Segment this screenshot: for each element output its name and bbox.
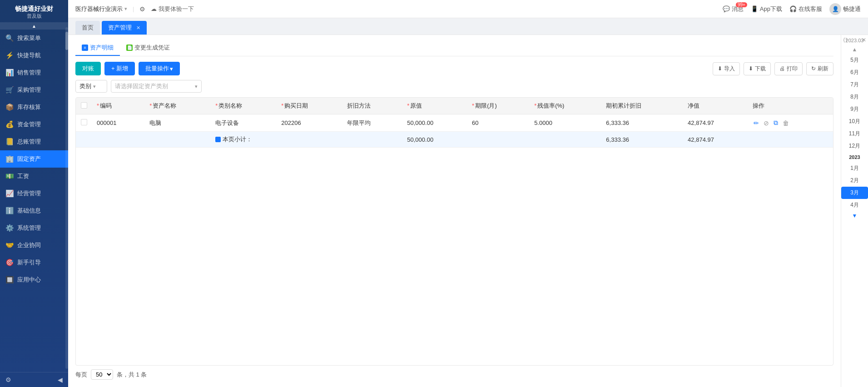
download-button[interactable]: ⬇ 下载 — [744, 62, 771, 75]
month-10[interactable]: 10月 — [841, 115, 868, 128]
import-button[interactable]: ⬇ 导入 — [713, 62, 740, 75]
row-name: 电脑 — [145, 114, 211, 132]
row-checkbox-cell[interactable] — [76, 114, 92, 132]
row-net-value: 42,874.97 — [683, 114, 748, 132]
tab-close-icon[interactable]: ✕ — [136, 25, 140, 30]
subtotal-label: 本页小计： — [211, 132, 402, 148]
sidebar-item-label: 系统管理 — [17, 224, 41, 232]
month-5[interactable]: 5月 — [841, 54, 868, 66]
sidebar-item-fixed-assets[interactable]: 🏢 固定资产 — [0, 150, 68, 168]
pagination-total: 条，共 1 条 — [117, 371, 147, 379]
month-3-current[interactable]: 3月 — [841, 187, 868, 199]
sidebar-item-sales[interactable]: 📊 销售管理 — [0, 64, 68, 81]
row-checkbox[interactable] — [81, 119, 87, 125]
company-selector[interactable]: 医疗器械行业演示 ▾ — [75, 5, 127, 13]
refresh-button[interactable]: ↻ 刷新 — [806, 62, 833, 75]
sub-tab-asset-detail[interactable]: ≡ 资产明细 — [75, 40, 120, 56]
month-4[interactable]: 4月 — [841, 199, 868, 211]
settings-bottom-icon[interactable]: ⚙ — [5, 376, 11, 383]
tab-home-label: 首页 — [82, 24, 94, 31]
month-8[interactable]: 8月 — [841, 91, 868, 103]
sidebar-item-basic-info[interactable]: ℹ️ 基础信息 — [0, 202, 68, 219]
select-all-header[interactable] — [76, 98, 92, 114]
close-panel-icon[interactable]: ✕ — [862, 37, 866, 43]
user-menu[interactable]: 👤 畅捷通 — [829, 3, 861, 15]
category-type-select[interactable]: 类别 ▾ — [75, 80, 107, 93]
online-service-btn[interactable]: 🎧 在线客服 — [789, 5, 822, 13]
sidebar-item-app-center[interactable]: 🔲 应用中心 — [0, 271, 68, 288]
sidebar-scrollbar[interactable] — [65, 27, 68, 369]
company-name: 医疗器械行业演示 — [75, 5, 123, 13]
month-11[interactable]: 11月 — [841, 128, 868, 140]
topbar: 医疗器械行业演示 ▾ | ⚙ ☁ 我要体验一下 💬 消息 99+ 📱 App下载… — [68, 0, 868, 18]
sidebar-item-inventory[interactable]: 📦 库存核算 — [0, 99, 68, 116]
username: 畅捷通 — [843, 5, 861, 13]
message-badge: 99+ — [736, 2, 747, 7]
new-button[interactable]: + 新增 — [104, 62, 135, 75]
col-accum-depreciation: 期初累计折旧 — [601, 98, 683, 114]
logo-sub: 普及版 — [27, 13, 42, 20]
month-6[interactable]: 6月 — [841, 66, 868, 79]
sidebar-item-ledger[interactable]: 📒 总账管理 — [0, 133, 68, 150]
sidebar-item-quick-nav[interactable]: ⚡ 快捷导航 — [0, 47, 68, 64]
subtotal-empty1 — [76, 132, 92, 148]
sidebar-item-label: 应用中心 — [17, 276, 41, 284]
col-actions: 操作 — [748, 98, 833, 114]
calendar-months: 5月 6月 7月 8月 9月 10月 11月 12月 2023 1月 2月 3月… — [841, 54, 868, 211]
month-1[interactable]: 1月 — [841, 162, 868, 174]
sub-tab-asset-detail-label: 资产明细 — [90, 44, 114, 52]
logo-text: 畅捷通好业财 — [15, 5, 53, 13]
category-type-label: 类别 — [79, 82, 91, 90]
sidebar-item-system[interactable]: ⚙️ 系统管理 — [0, 219, 68, 237]
search-icon: 🔍 — [5, 34, 14, 42]
inventory-icon: 📦 — [5, 103, 14, 111]
page-size-select[interactable]: 50 — [91, 369, 113, 380]
sidebar-item-search-menu[interactable]: 🔍 搜索菜单 — [0, 30, 68, 47]
sidebar-item-label: 库存核算 — [17, 103, 41, 111]
select-all-checkbox[interactable] — [81, 102, 87, 109]
system-icon: ⚙️ — [5, 224, 14, 232]
month-9[interactable]: 9月 — [841, 103, 868, 115]
sidebar-item-operations[interactable]: 📈 经营管理 — [0, 185, 68, 202]
reconcile-button[interactable]: 对账 — [75, 62, 101, 75]
copy-icon[interactable]: ⧉ — [773, 118, 779, 128]
row-purchase-date: 202206 — [277, 114, 342, 132]
month-7[interactable]: 7月 — [841, 79, 868, 91]
app-center-icon: 🔲 — [5, 276, 14, 284]
collapse-icon[interactable]: ◀ — [58, 376, 63, 383]
expand-icon[interactable]: ⟨⟩ — [843, 37, 848, 43]
sidebar-item-guide[interactable]: 🎯 新手引导 — [0, 254, 68, 271]
sidebar-item-label: 资金管理 — [17, 120, 41, 129]
scroll-down-icon[interactable]: ▼ — [851, 211, 859, 220]
month-12[interactable]: 12月 — [841, 140, 868, 152]
print-icon: 🖨 — [779, 65, 785, 72]
category-type-arrow-icon: ▾ — [93, 84, 96, 89]
row-depreciation-method: 年限平均 — [342, 114, 402, 132]
print-button[interactable]: 🖨 打印 — [774, 62, 803, 75]
depreciate-icon[interactable]: ⊘ — [763, 119, 770, 128]
scroll-up-icon[interactable]: ▲ — [851, 45, 859, 54]
experience-btn[interactable]: ☁ 我要体验一下 — [151, 5, 194, 13]
row-actions: ✏ ⊘ ⧉ 🗑 — [748, 114, 833, 132]
edit-icon[interactable]: ✏ — [753, 119, 760, 128]
sidebar-item-payroll[interactable]: 💵 工资 — [0, 168, 68, 185]
sidebar-item-purchase[interactable]: 🛒 采购管理 — [0, 81, 68, 99]
sidebar-scroll-up[interactable]: ▲ — [0, 23, 68, 30]
subtotal-empty2 — [92, 132, 145, 148]
sidebar-item-finance[interactable]: 💰 资金管理 — [0, 116, 68, 133]
app-download-btn[interactable]: 📱 App下载 — [751, 5, 782, 13]
sidebar-item-cooperation[interactable]: 🤝 企业协同 — [0, 237, 68, 254]
sub-tab-voucher-gen[interactable]: 📄 变更生成凭证 — [120, 40, 176, 56]
month-2[interactable]: 2月 — [841, 174, 868, 187]
batch-button[interactable]: 批量操作 ▾ — [139, 62, 180, 75]
import-label: 导入 — [724, 65, 735, 73]
delete-icon[interactable]: 🗑 — [782, 119, 790, 128]
tab-home[interactable]: 首页 — [75, 21, 100, 35]
gear-icon[interactable]: ⚙ — [139, 5, 145, 13]
message-btn[interactable]: 💬 消息 99+ — [723, 5, 744, 13]
tab-asset-manage[interactable]: 资产管理 ✕ — [102, 21, 147, 35]
row-residual-rate: 5.0000 — [530, 114, 601, 132]
tab-asset-manage-label: 资产管理 — [108, 24, 132, 31]
content-area: ≡ 资产明细 📄 变更生成凭证 对账 + 新增 批量操作 ▾ — [68, 35, 841, 387]
category-input-wrap[interactable]: 请选择固定资产类别 ▾ — [111, 80, 202, 93]
